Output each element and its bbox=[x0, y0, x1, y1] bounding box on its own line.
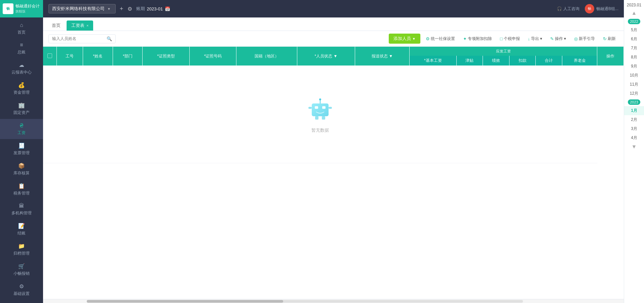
tab-payroll-label: 工资表 bbox=[71, 23, 84, 29]
refresh-button[interactable]: ↻ 刷新 bbox=[600, 35, 618, 43]
scrollbar-thumb[interactable] bbox=[87, 300, 283, 303]
user-profile[interactable]: 畅 畅融通B组... bbox=[585, 4, 618, 13]
sidebar-nav: ⌂ 首页 ≡ 总账 ☁ 云报表中心 💰 资金管理 🏢 固定资产 ₴ 工资 🧾 发… bbox=[0, 17, 43, 303]
company-selector[interactable]: 西安虾米网络科技有限公司 ▼ bbox=[48, 4, 116, 13]
sidebar-item-inventory[interactable]: 📦 库存核算 bbox=[0, 159, 43, 179]
svg-rect-6 bbox=[329, 107, 332, 109]
panel-up-button[interactable]: ▲ bbox=[630, 9, 638, 17]
tab-home-label: 首页 bbox=[52, 23, 61, 29]
select-all-checkbox[interactable] bbox=[47, 53, 52, 58]
th-empno: 工号 bbox=[56, 47, 83, 66]
sidebar-item-invoice[interactable]: 🧾 发票管理 bbox=[0, 139, 43, 159]
month-2023-4[interactable]: 4月 bbox=[624, 133, 644, 142]
deduction-button[interactable]: ✦ 专项附加扣除 bbox=[460, 35, 495, 43]
sidebar-item-guide[interactable]: 🎯 新手引导 bbox=[0, 300, 43, 303]
company-settings-button[interactable]: ⚙ bbox=[127, 6, 132, 12]
payroll-table: 工号 *姓名 *部门 *证照类型 *证照号码 国籍（地区） bbox=[43, 47, 624, 163]
month-2022-12[interactable]: 12月 bbox=[624, 89, 644, 98]
sidebar-item-expense[interactable]: 🛒 小畅报销 bbox=[0, 260, 43, 280]
export-button[interactable]: ↓ 导出 ▾ bbox=[525, 35, 545, 43]
sidebar-item-label: 多机构管理 bbox=[11, 210, 32, 216]
month-2022-6[interactable]: 6月 bbox=[624, 35, 644, 44]
month-2023-1[interactable]: 1月 bbox=[624, 106, 644, 115]
sidebar-item-finance[interactable]: 💰 资金管理 bbox=[0, 79, 43, 99]
sidebar-item-label: 发票管理 bbox=[13, 150, 30, 156]
add-employee-button[interactable]: 添加人员 ▼ bbox=[389, 34, 420, 44]
search-icon[interactable]: 🔍 bbox=[107, 36, 112, 41]
add-caret-icon: ▼ bbox=[412, 37, 416, 41]
status-filter-icon[interactable]: ▼ bbox=[334, 54, 338, 58]
table-container: 工号 *姓名 *部门 *证照类型 *证照号码 国籍（地区） bbox=[43, 47, 624, 299]
sidebar-item-settings[interactable]: ⚙ 基础设置 bbox=[0, 280, 43, 300]
operation-button[interactable]: ✎ 操作 ▾ bbox=[547, 35, 569, 43]
sidebar-item-label: 工资 bbox=[17, 130, 26, 136]
svg-point-4 bbox=[319, 98, 321, 100]
social-insurance-button[interactable]: ⚙ 统一社保设置 bbox=[423, 35, 458, 43]
tab-close-icon[interactable]: × bbox=[86, 24, 88, 28]
month-2022-8[interactable]: 8月 bbox=[624, 53, 644, 62]
sidebar-item-payroll[interactable]: ₴ 工资 bbox=[0, 119, 43, 139]
sidebar-item-multi-org[interactable]: 🏛 多机构管理 bbox=[0, 200, 43, 219]
archive-icon: 📁 bbox=[18, 243, 25, 249]
svg-rect-8 bbox=[322, 116, 325, 120]
tab-payroll[interactable]: 工资表 × bbox=[67, 20, 93, 31]
close-books-icon: 📝 bbox=[18, 223, 25, 229]
sidebar-item-label: 基础设置 bbox=[13, 291, 30, 297]
assets-icon: 🏢 bbox=[18, 102, 25, 109]
avatar: 畅 bbox=[585, 4, 594, 13]
sidebar-item-label: 首页 bbox=[17, 30, 26, 35]
month-2022-9[interactable]: 9月 bbox=[624, 62, 644, 71]
app-logo: 畅 畅融通好会计 旗舰版 bbox=[0, 0, 43, 17]
sidebar-item-label: 小畅报销 bbox=[13, 271, 30, 276]
service-button[interactable]: 🎧 人工咨询 bbox=[557, 6, 579, 12]
company-dropdown-icon: ▼ bbox=[107, 7, 111, 11]
add-company-button[interactable]: + bbox=[120, 5, 123, 12]
month-2023-2[interactable]: 2月 bbox=[624, 115, 644, 124]
tab-home[interactable]: 首页 bbox=[47, 20, 65, 31]
panel-down-button[interactable]: ▼ bbox=[630, 142, 638, 151]
year-2022-label[interactable]: 2022 bbox=[628, 19, 640, 24]
sidebar-item-home[interactable]: ⌂ 首页 bbox=[0, 19, 43, 39]
th-nationality: 国籍（地区） bbox=[236, 47, 297, 66]
panel-period-header: 2023.01 bbox=[624, 1, 644, 9]
deduction-label: 专项附加扣除 bbox=[468, 36, 492, 42]
operation-caret-icon: ▾ bbox=[564, 36, 566, 41]
period-value: 2023-01 bbox=[147, 6, 163, 11]
table-scrollbar bbox=[43, 299, 624, 303]
add-employee-label: 添加人员 bbox=[393, 36, 411, 42]
payroll-icon: ₴ bbox=[20, 122, 24, 129]
search-input[interactable] bbox=[52, 36, 105, 41]
sidebar-item-tax[interactable]: 📋 税务管理 bbox=[0, 179, 43, 200]
tax-icon: 📋 bbox=[18, 183, 25, 189]
month-2022-5[interactable]: 5月 bbox=[624, 26, 644, 35]
scrollbar-track[interactable] bbox=[87, 300, 523, 303]
sidebar-item-archive[interactable]: 📁 归档管理 bbox=[0, 240, 43, 260]
month-2022-10[interactable]: 10月 bbox=[624, 71, 644, 80]
calendar-icon[interactable]: 📅 bbox=[165, 6, 170, 11]
invoice-icon: 🧾 bbox=[18, 142, 25, 149]
guide-button[interactable]: ◎ 新手引导 bbox=[571, 35, 598, 43]
ledger-icon: ≡ bbox=[20, 42, 23, 48]
sidebar-item-close[interactable]: 📝 结账 bbox=[0, 219, 43, 240]
export-label: 导出 bbox=[531, 36, 539, 42]
logo-icon: 畅 bbox=[3, 3, 13, 14]
right-panel: 2023.01 ▲ 2022 5月 6月 7月 8月 9月 10月 11月 12… bbox=[624, 0, 644, 303]
operation-icon: ✎ bbox=[550, 36, 554, 41]
empty-state: 暂无数据 bbox=[45, 68, 595, 160]
th-id-type: *证照类型 bbox=[143, 47, 190, 66]
sidebar-item-ledger[interactable]: ≡ 总账 bbox=[0, 39, 43, 58]
month-2023-3[interactable]: 3月 bbox=[624, 124, 644, 133]
month-2022-7[interactable]: 7月 bbox=[624, 44, 644, 53]
sidebar-item-label: 结账 bbox=[17, 230, 26, 236]
sidebar-item-assets[interactable]: 🏢 固定资产 bbox=[0, 99, 43, 119]
th-performance: 绩效 bbox=[483, 56, 509, 66]
report-filter-icon[interactable]: ▼ bbox=[389, 54, 393, 58]
period-display: 账期 2023-01 📅 bbox=[136, 6, 171, 12]
tax-declare-label: 个税申报 bbox=[504, 36, 520, 42]
year-2023-label[interactable]: 2023 bbox=[628, 99, 640, 105]
tax-declare-button[interactable]: □ 个税申报 bbox=[497, 35, 523, 43]
export-caret-icon: ▾ bbox=[540, 36, 542, 41]
month-2022-11[interactable]: 11月 bbox=[624, 80, 644, 89]
operation-label: 操作 bbox=[555, 36, 563, 42]
sidebar-item-cloud[interactable]: ☁ 云报表中心 bbox=[0, 58, 43, 79]
